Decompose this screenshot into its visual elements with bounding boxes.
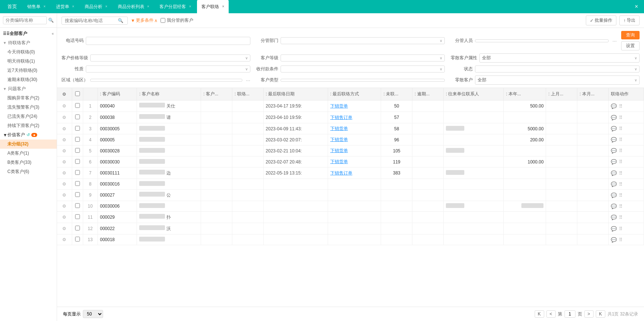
nav-home[interactable]: 首页 xyxy=(3,2,21,11)
row-last-method[interactable] xyxy=(328,212,381,223)
row-last-method[interactable]: 下销货单 xyxy=(328,156,381,167)
close-all-tabs[interactable]: × xyxy=(632,2,641,11)
chat-icon[interactable]: 💬 xyxy=(611,115,617,120)
nav-tab-analysis-list[interactable]: 商品分析列表 × xyxy=(113,0,154,13)
nav-tab-sales[interactable]: 销售单 × xyxy=(23,0,50,13)
sidebar-search-input[interactable] xyxy=(3,16,47,24)
chat-icon[interactable]: 💬 xyxy=(611,159,617,165)
row-last-method[interactable] xyxy=(328,234,381,245)
gear-cell[interactable]: ⚙ xyxy=(57,112,72,123)
chat-icon[interactable]: 💬 xyxy=(611,204,617,209)
sidebar-item-overdue[interactable]: 逾期未联络(30) xyxy=(0,75,57,84)
gear-cell[interactable]: ⚙ xyxy=(57,123,72,134)
col-this-year-header[interactable]: : 本年... xyxy=(504,88,546,100)
chat-icon[interactable]: 💬 xyxy=(611,126,617,131)
all-customers-header[interactable]: ⠿ 全部客户 « xyxy=(0,28,57,38)
gender-select[interactable]: ∨ xyxy=(86,66,250,73)
sidebar-item-abnormal[interactable]: 囤购异常客户(2) xyxy=(0,94,57,103)
col-last-method-header[interactable]: : 最后联络方式 xyxy=(328,88,381,100)
chat-icon[interactable]: 💬 xyxy=(611,193,617,198)
gear-cell[interactable]: ⚙ xyxy=(57,145,72,156)
row-last-method[interactable]: 下销货单 xyxy=(328,134,381,145)
close-tab-customer-segment[interactable]: × xyxy=(189,1,191,12)
check-cell[interactable] xyxy=(72,134,83,145)
chat-icon[interactable]: 💬 xyxy=(611,170,617,176)
retail-customer-select[interactable]: 全部 ∨ xyxy=(475,75,640,85)
col-check-all[interactable] xyxy=(72,88,83,100)
check-cell[interactable] xyxy=(72,201,83,212)
chat-icon[interactable]: 💬 xyxy=(611,103,617,109)
more-icon[interactable]: ⠿ xyxy=(619,204,623,209)
region-dots[interactable]: ··· xyxy=(246,77,250,83)
check-cell[interactable] xyxy=(72,223,83,234)
sidebar-item-today[interactable]: 今天待联络(0) xyxy=(0,47,57,57)
check-cell[interactable] xyxy=(72,100,83,112)
more-icon[interactable]: ⠿ xyxy=(619,226,623,232)
more-icon[interactable]: ⠿ xyxy=(619,159,623,165)
sidebar-search-icon[interactable]: 🔍 xyxy=(48,18,54,23)
check-cell[interactable] xyxy=(72,145,83,156)
reset-btn[interactable]: 设置 xyxy=(621,41,640,50)
sidebar-item-tomorrow[interactable]: 明天待联络(1) xyxy=(0,57,57,66)
more-icon[interactable]: ⠿ xyxy=(619,148,623,154)
col-code-header[interactable]: : 客户编码 xyxy=(98,88,137,100)
more-conditions-btn[interactable]: ▼ 更多条件 ∧ xyxy=(131,17,158,24)
region-select[interactable] xyxy=(90,79,242,82)
status-select[interactable]: ∨ xyxy=(475,66,640,73)
col-this-month-header[interactable]: : 本月... xyxy=(577,88,609,100)
my-customers-check[interactable] xyxy=(161,18,165,23)
more-icon[interactable]: ⠿ xyxy=(619,170,623,176)
nav-tab-customer-segment[interactable]: 客户分层经客 × xyxy=(155,0,196,13)
more-icon[interactable]: ⠿ xyxy=(619,215,623,220)
gear-cell[interactable]: ⚙ xyxy=(57,100,72,112)
col-last-month-header[interactable]: : 上月... xyxy=(546,88,577,100)
row-last-method[interactable]: 下销货单 xyxy=(328,145,381,156)
more-icon[interactable]: ⠿ xyxy=(619,115,623,120)
dept-select[interactable]: ∨ xyxy=(281,37,445,44)
more-icon[interactable]: ⠿ xyxy=(619,137,623,142)
problem-group-header[interactable]: ▼ 问题客户 xyxy=(0,84,57,94)
page-number-input[interactable] xyxy=(564,310,576,318)
check-cell[interactable] xyxy=(72,167,83,179)
sidebar-item-churned[interactable]: 已流失客户(24) xyxy=(0,112,57,121)
check-cell[interactable] xyxy=(72,179,83,190)
value-group-header[interactable]: ▼ 价值客户 ↺ ● xyxy=(0,130,57,140)
gear-cell[interactable]: ⚙ xyxy=(57,201,72,212)
row-checkbox[interactable] xyxy=(75,192,80,197)
sidebar-item-7days[interactable]: 近7天待联络(0) xyxy=(0,66,57,75)
row-last-method[interactable] xyxy=(328,201,381,212)
row-checkbox[interactable] xyxy=(75,159,80,164)
main-search-icon[interactable]: 🔍 xyxy=(118,18,123,23)
col-last-date-header[interactable]: : 最后联络日期 xyxy=(263,88,328,100)
payment-select[interactable]: ∨ xyxy=(281,66,445,73)
manager-dots[interactable]: ··· xyxy=(612,38,617,44)
nav-tab-customer-contact[interactable]: 客户联络 × xyxy=(197,0,229,13)
price-level-select[interactable]: ∨ xyxy=(90,54,250,61)
manager-select[interactable] xyxy=(475,39,609,42)
sidebar-item-ungrouped[interactable]: 未分组(32) xyxy=(0,140,57,149)
more-icon[interactable]: ⠿ xyxy=(619,237,623,243)
col-contact-person-header[interactable]: : 往来单位联系人 xyxy=(443,88,504,100)
next-page-btn[interactable]: > xyxy=(584,310,594,318)
row-last-method[interactable]: 下销货单 xyxy=(328,100,381,112)
check-cell[interactable] xyxy=(72,190,83,201)
my-customers-checkbox[interactable]: 我分管的客户 xyxy=(161,17,193,24)
row-checkbox[interactable] xyxy=(75,214,80,219)
check-cell[interactable] xyxy=(72,123,83,134)
chat-icon[interactable]: 💬 xyxy=(611,215,617,220)
gear-cell[interactable]: ⚙ xyxy=(57,212,72,223)
row-last-method[interactable]: 下销货单 xyxy=(328,123,381,134)
gear-cell[interactable]: ⚙ xyxy=(57,134,72,145)
close-tab-analysis[interactable]: × xyxy=(105,1,108,12)
row-last-method[interactable] xyxy=(328,223,381,234)
col-name-header[interactable]: : 客户名称 xyxy=(137,88,201,100)
refresh-icon[interactable]: ↺ xyxy=(27,133,30,137)
close-tab-sales[interactable]: × xyxy=(43,1,46,12)
row-checkbox[interactable] xyxy=(75,137,80,142)
close-tab-purchase[interactable]: × xyxy=(72,1,74,12)
pending-group-header[interactable]: ▼ 待联络客户 xyxy=(0,38,57,47)
sidebar-item-c-class[interactable]: C类客户(6) xyxy=(0,167,57,176)
retail-attr-select[interactable]: 全部 ∨ xyxy=(479,53,640,63)
customer-type-select[interactable] xyxy=(281,79,445,82)
chat-icon[interactable]: 💬 xyxy=(611,148,617,154)
